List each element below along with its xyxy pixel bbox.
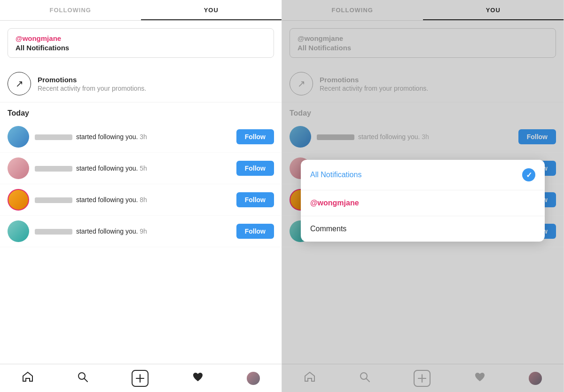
notification-filter-dropdown: All Notifications ✓ @wongmjane Comments: [301, 160, 545, 242]
left-notif-2: started following you. 5h Follow: [0, 153, 282, 184]
left-follow-btn-4[interactable]: Follow: [236, 224, 274, 239]
left-notif-time-2: 5h: [140, 165, 147, 172]
left-promo-title: Promotions: [38, 76, 146, 84]
left-promo-subtitle: Recent activity from your promotions.: [38, 85, 146, 92]
left-today-heading: Today: [0, 102, 282, 121]
left-nav-heart-icon[interactable]: [192, 371, 204, 386]
left-filter-username: @wongmjane: [16, 34, 61, 42]
left-notif-text-3: started following you. 8h: [35, 196, 232, 204]
dropdown-all-notifications[interactable]: All Notifications ✓: [301, 160, 545, 190]
left-notif-time-1: 3h: [140, 133, 147, 141]
left-follow-btn-2[interactable]: Follow: [236, 161, 274, 176]
left-notif-text-2: started following you. 5h: [35, 165, 232, 172]
left-tab-you[interactable]: YOU: [141, 0, 282, 20]
dropdown-comments[interactable]: Comments: [301, 216, 545, 242]
left-nav-search-icon[interactable]: [77, 371, 89, 386]
left-tabs: FOLLOWING YOU: [0, 0, 282, 21]
left-username-blur-1: [35, 134, 72, 140]
left-notif-4: started following you. 9h Follow: [0, 216, 282, 247]
left-filter-box[interactable]: @wongmjane All Notifications: [8, 28, 274, 58]
svg-line-1: [85, 378, 88, 382]
left-panel: FOLLOWING YOU @wongmjane All Notificatio…: [0, 0, 282, 392]
left-tab-following[interactable]: FOLLOWING: [0, 0, 141, 20]
left-avatar-3[interactable]: [8, 189, 29, 211]
dropdown-username-label: @wongmjane: [310, 199, 359, 207]
left-notif-text-1: started following you. 3h: [35, 133, 232, 141]
left-notif-text-4: started following you. 9h: [35, 227, 232, 235]
left-notif-time-4: 9h: [140, 227, 147, 235]
left-username-blur-2: [35, 166, 72, 172]
left-follow-btn-1[interactable]: Follow: [236, 129, 274, 144]
left-notif-time-3: 8h: [140, 196, 147, 204]
left-avatar-4[interactable]: [8, 220, 29, 242]
left-promo-icon: ↗: [8, 72, 31, 95]
dropdown-username[interactable]: @wongmjane: [301, 190, 545, 216]
left-username-blur-4: [35, 229, 72, 235]
left-follow-btn-3[interactable]: Follow: [236, 192, 274, 207]
right-panel: FOLLOWING YOU @wongmjane All Notificatio…: [282, 0, 564, 392]
left-notif-1: started following you. 3h Follow: [0, 121, 282, 153]
left-bottom-nav: [0, 364, 282, 392]
left-nav-profile-avatar[interactable]: [247, 372, 260, 385]
left-avatar-2[interactable]: [8, 157, 29, 179]
left-promo-text: Promotions Recent activity from your pro…: [38, 76, 146, 92]
left-avatar-1[interactable]: [8, 126, 29, 148]
check-icon: ✓: [522, 168, 535, 181]
left-nav-plus-icon[interactable]: [132, 370, 149, 387]
dropdown-all-label: All Notifications: [310, 171, 361, 179]
left-filter-label: All Notifications: [16, 44, 266, 52]
left-notif-3: started following you. 8h Follow: [0, 184, 282, 216]
left-username-blur-3: [35, 197, 72, 203]
dropdown-comments-label: Comments: [310, 225, 346, 233]
left-nav-home-icon[interactable]: [22, 371, 34, 386]
left-promotions-row[interactable]: ↗ Promotions Recent activity from your p…: [0, 65, 282, 102]
